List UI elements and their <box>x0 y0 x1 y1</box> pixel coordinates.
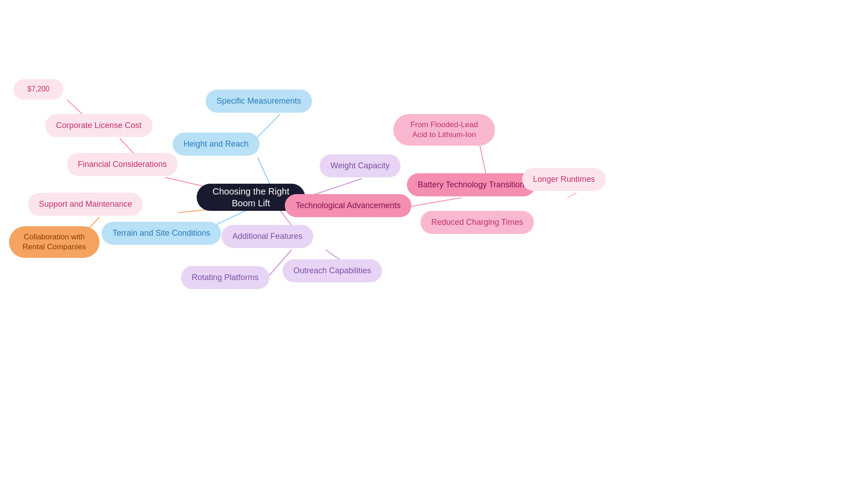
flooded-lead-acid-node: From Flooded-Lead Acid to Lithium-Ion <box>393 114 495 146</box>
weight-capacity-node: Weight Capacity <box>320 154 401 177</box>
price-node: $7,200 <box>14 79 63 100</box>
additional-features-node: Additional Features <box>222 225 313 248</box>
svg-line-2 <box>314 179 362 195</box>
rotating-platforms-node: Rotating Platforms <box>181 266 269 289</box>
specific-measurements-node: Specific Measurements <box>206 90 312 113</box>
corporate-license-cost-node: Corporate License Cost <box>45 114 152 137</box>
collaboration-rental-node: Collaboration with Rental Companies <box>9 226 99 258</box>
support-maintenance-node: Support and Maintenance <box>28 193 143 216</box>
financial-considerations-node: Financial Considerations <box>67 153 178 176</box>
technological-advancements-node: Technological Advancements <box>285 194 411 217</box>
outreach-capabilities-node: Outreach Capabilities <box>283 259 382 282</box>
terrain-site-node: Terrain and Site Conditions <box>102 222 221 245</box>
height-reach-node: Height and Reach <box>173 133 259 156</box>
svg-line-15 <box>567 193 576 198</box>
battery-technology-node: Battery Technology Transition <box>407 173 535 196</box>
svg-line-13 <box>411 198 461 206</box>
longer-runtimes-node: Longer Runtimes <box>522 168 606 191</box>
reduced-charging-node: Reduced Charging Times <box>420 211 534 234</box>
